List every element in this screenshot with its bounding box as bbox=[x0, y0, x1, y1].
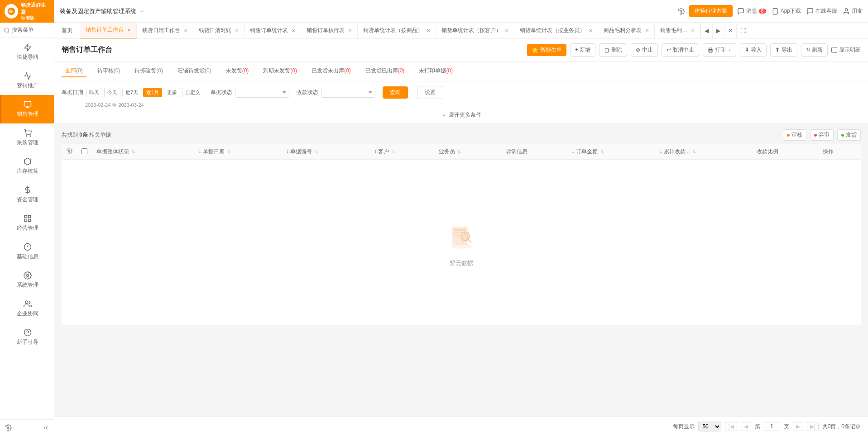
gear-icon[interactable] bbox=[677, 8, 685, 15]
sidebar-item-newbie[interactable]: 新手引导 bbox=[0, 323, 54, 351]
subtab-wangpu-pending[interactable]: 旺铺待发货(0) bbox=[174, 65, 215, 77]
expand-filter-btn[interactable]: 展开更多条件 bbox=[441, 111, 481, 119]
user-action[interactable]: 用友 bbox=[843, 7, 863, 15]
sidebar-item-system[interactable]: 系统管理 bbox=[0, 266, 54, 294]
sidebar-item-basic-info[interactable]: 基础信息 bbox=[0, 237, 54, 266]
close-tab-icon[interactable]: ✕ bbox=[589, 28, 592, 33]
dropdown-icon[interactable] bbox=[139, 9, 144, 14]
smart-generate-btn[interactable]: ⭐ 智能生单 bbox=[527, 44, 566, 56]
sidebar-item-quick-nav[interactable]: 快捷导航 bbox=[0, 38, 54, 66]
subtab-all[interactable]: 全部(0) bbox=[62, 65, 86, 77]
close-tab-icon[interactable]: ✕ bbox=[348, 28, 352, 33]
tab-prev-btn[interactable]: ◀ bbox=[700, 23, 712, 39]
svg-text:好: 好 bbox=[9, 9, 13, 14]
tab-cash-reconcile[interactable]: 钱货日清对账 ✕ bbox=[193, 23, 245, 39]
close-tab-icon[interactable]: ✕ bbox=[427, 28, 430, 33]
per-page-select[interactable]: 10 20 50 100 bbox=[698, 422, 721, 431]
col-salesman-header[interactable]: 业务员 ⇅ bbox=[434, 144, 501, 160]
close-tab-icon[interactable]: ✕ bbox=[645, 28, 649, 33]
subtab-pending-inspect[interactable]: 待拣验货(0) bbox=[131, 65, 167, 77]
tab-sales-stats-staff[interactable]: 销货单统计表（按业务员） ✕ bbox=[514, 23, 598, 39]
tab-close-all-btn[interactable]: ✕ bbox=[724, 23, 736, 39]
svg-rect-24 bbox=[773, 8, 777, 14]
date-custom-btn[interactable]: 自定义 bbox=[182, 88, 203, 97]
per-page-label: 每页显示 bbox=[673, 423, 695, 431]
select-all-checkbox[interactable] bbox=[82, 148, 87, 154]
tab-maximize-btn[interactable]: ⛶ bbox=[736, 23, 749, 39]
sidebar-item-operation[interactable]: 经营管理 bbox=[0, 209, 54, 237]
tab-daily-cash[interactable]: 钱货日清工作台 ✕ bbox=[137, 23, 193, 39]
subtab-shipped-not-out[interactable]: 已发货未出库(0) bbox=[308, 65, 355, 77]
subtab-not-printed[interactable]: 未打印单据(0) bbox=[415, 65, 456, 77]
sidebar-item-enterprise[interactable]: 企业协同 bbox=[0, 294, 54, 323]
sidebar-item-purchase[interactable]: 采购管理 bbox=[0, 123, 54, 152]
col-number-header[interactable]: ↕ 单据编号 ⇅ bbox=[282, 144, 369, 160]
ship-btn[interactable]: 发货 bbox=[837, 129, 861, 141]
close-tab-icon[interactable]: ✕ bbox=[505, 28, 508, 33]
sidebar-item-finance[interactable]: 资金管理 bbox=[0, 180, 54, 209]
last-page-btn[interactable]: ▶| bbox=[807, 422, 819, 431]
status-select[interactable] bbox=[235, 88, 289, 98]
subtab-expired-not-shipped[interactable]: 到期未发货(0) bbox=[259, 65, 301, 77]
app-download-action[interactable]: App下载 bbox=[772, 7, 801, 15]
prev-page-btn[interactable]: ◀ bbox=[741, 422, 751, 431]
show-detail-toggle[interactable]: 显示明细 bbox=[831, 46, 861, 54]
date-7days-btn[interactable]: 近7天 bbox=[122, 88, 141, 97]
system-title: 装备及固定资产辅助管理系统 bbox=[60, 7, 673, 15]
col-collected-header[interactable]: ↕ 累计收款... ⇅ bbox=[655, 144, 752, 160]
close-tab-icon[interactable]: ✕ bbox=[127, 28, 131, 33]
subtab-pending-review[interactable]: 待审核(0) bbox=[94, 65, 124, 77]
delete-btn[interactable]: 删除 bbox=[599, 43, 627, 57]
close-tab-icon[interactable]: ✕ bbox=[292, 28, 295, 33]
close-tab-icon[interactable]: ✕ bbox=[184, 28, 187, 33]
payment-select[interactable] bbox=[321, 88, 375, 98]
message-action[interactable]: 消息 6 bbox=[737, 7, 766, 15]
close-tab-icon[interactable]: ✕ bbox=[235, 28, 239, 33]
subtab-shipped-out[interactable]: 已发货已出库(0) bbox=[362, 65, 408, 77]
sidebar-item-inventory[interactable]: 库存核算 bbox=[0, 152, 54, 180]
date-yesterday-btn[interactable]: 昨天 bbox=[86, 88, 102, 97]
tab-sales-gross[interactable]: 销售毛利… ✕ bbox=[655, 23, 700, 39]
add-btn[interactable]: + 新增 bbox=[570, 43, 595, 57]
date-1month-btn[interactable]: 近1月 bbox=[143, 88, 162, 97]
subtab-not-shipped[interactable]: 未发货(0) bbox=[222, 65, 253, 77]
set-btn[interactable]: 设置 bbox=[417, 86, 443, 99]
online-service-action[interactable]: 在线客服 bbox=[806, 7, 837, 15]
industry-btn[interactable]: 体验行业方案 bbox=[689, 5, 733, 17]
export-btn[interactable]: ⬆ 导出 bbox=[770, 43, 797, 57]
collapse-icon[interactable] bbox=[42, 424, 49, 431]
sidebar-item-sales[interactable]: 销售管理 bbox=[0, 95, 54, 123]
date-today-btn[interactable]: 今天 bbox=[104, 88, 120, 97]
stop-btn[interactable]: ⊘ 中止 bbox=[631, 43, 657, 57]
import-btn[interactable]: ⬇ 导入 bbox=[740, 43, 767, 57]
cancel-stop-btn[interactable]: ↩ 取消中止 bbox=[662, 43, 699, 57]
col-date-header[interactable]: ↕ 单据日期 ⇅ bbox=[194, 144, 282, 160]
tab-sales-stats[interactable]: 销售订单统计表 ✕ bbox=[245, 23, 301, 39]
tab-home[interactable]: 首页 bbox=[54, 23, 80, 39]
col-customer-header[interactable]: ↕ 客户 ⇅ bbox=[369, 144, 434, 160]
review-btn[interactable]: 审核 bbox=[783, 129, 806, 141]
cancel-review-btn[interactable]: 弃审 bbox=[810, 129, 834, 141]
tab-sales-order-workbench[interactable]: 销售订单工作台 ✕ bbox=[80, 23, 137, 39]
tab-sales-exec[interactable]: 销售订单执行表 ✕ bbox=[301, 23, 358, 39]
date-filter-label: 单据日期 bbox=[62, 89, 83, 96]
col-amount-header[interactable]: ↕ 订单金额 ⇅ bbox=[567, 144, 655, 160]
refresh-btn[interactable]: ↻ 刷新 bbox=[801, 43, 828, 57]
first-page-btn[interactable]: |◀ bbox=[725, 422, 737, 431]
show-detail-checkbox[interactable] bbox=[831, 47, 837, 53]
sidebar-search[interactable]: 搜索菜单 bbox=[0, 23, 54, 38]
tab-sales-stats-cust[interactable]: 销货单统计表（按客户） ✕ bbox=[436, 23, 514, 39]
date-more-btn[interactable]: 更多 bbox=[164, 88, 180, 97]
query-btn[interactable]: 查询 bbox=[383, 86, 408, 99]
next-page-btn[interactable]: ▶ bbox=[793, 422, 803, 431]
tab-gross-margin[interactable]: 商品毛利分析表 ✕ bbox=[598, 23, 655, 39]
expand-row: 展开更多条件 bbox=[62, 111, 861, 119]
sidebar-item-marketing[interactable]: 营销推广 bbox=[0, 66, 54, 95]
print-btn[interactable]: 打印 bbox=[703, 43, 736, 57]
page-input[interactable] bbox=[764, 422, 780, 431]
close-tab-icon[interactable]: ✕ bbox=[691, 28, 695, 33]
tab-sales-stats-prod[interactable]: 销货单统计表（按商品） ✕ bbox=[358, 23, 436, 39]
sidebar-bottom bbox=[0, 419, 54, 436]
settings-icon[interactable] bbox=[5, 424, 12, 431]
tab-next-btn[interactable]: ▶ bbox=[712, 23, 724, 39]
